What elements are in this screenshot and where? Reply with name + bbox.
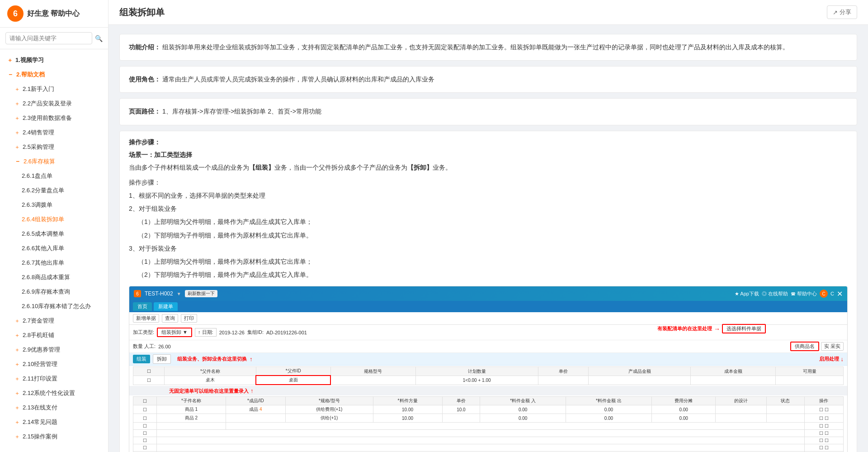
- lt-r5-check[interactable]: ☐: [133, 437, 157, 444]
- step2: 2、对于组装业务: [129, 203, 848, 214]
- ms-btn-search[interactable]: 查询: [162, 314, 178, 323]
- sidebar-item-wrongaccount[interactable]: 2.6.10库存账本错了怎么办: [0, 299, 108, 314]
- sidebar-item-goodscost[interactable]: 2.6.8商品成本重算: [0, 270, 108, 285]
- sidebar-item-stockledger[interactable]: 2.6.9库存账本查询: [0, 285, 108, 299]
- plus-icon-7: ＋: [14, 317, 20, 325]
- lt-r3-check[interactable]: ☐: [133, 423, 157, 430]
- sidebar-item-newbie[interactable]: ＋ 2.1新手入门: [0, 82, 108, 96]
- sidebar-item-assembly[interactable]: 2.6.4组装拆卸单: [0, 212, 108, 227]
- lt-r1-t1: 0.00: [480, 405, 566, 414]
- sidebar-item-onlinepay[interactable]: ＋ 2.13在线支付: [0, 400, 108, 415]
- page-title: 组装拆卸单: [119, 6, 165, 19]
- ms-nav-tabs: 首页 新建单: [129, 301, 847, 312]
- col-material: *父件名称: [165, 367, 256, 376]
- lt-r2-planqty: 10.00: [373, 414, 442, 423]
- lt-r6-check[interactable]: ☐: [133, 444, 157, 452]
- search-input[interactable]: [5, 32, 92, 44]
- sidebar-item-print[interactable]: ＋ 2.11打印设置: [0, 371, 108, 386]
- step3-1: （1）上部明细为父件明细，最终作为原材料生成其它出库单；: [129, 256, 848, 267]
- lt-r1-status: [767, 405, 805, 414]
- col-check: ☐: [133, 367, 165, 376]
- sidebar-item-faq[interactable]: ＋ 2.14常见问题: [0, 415, 108, 429]
- ms-lower-table-area: ☐ *子件名称 *成品/ID *规格/型号 *料件方量 单价 *料件金额 入 *…: [129, 395, 847, 452]
- lt-r1-spec: 供给费用(+1): [285, 405, 373, 414]
- ms-type-selector[interactable]: 组装拆卸 ▼: [157, 328, 192, 337]
- ms-section-tabs: 组装 拆卸 组装业务、拆卸业务在这里切换 ↑ 启用处理 ↓: [129, 353, 847, 366]
- scene1-desc: 当由多个子件材料组装成一个成品的业务为【组装】业务，当由一个父件拆分成多个子产品…: [129, 162, 848, 173]
- lt-r2-status: [767, 414, 805, 423]
- annotation-enable: 供商品名 实 采实: [790, 342, 844, 351]
- ms-tab-disassembly[interactable]: 拆卸: [153, 354, 171, 364]
- lt-r2-t1: 0.00: [480, 414, 566, 423]
- ms-enable-input[interactable]: 供商品名: [790, 342, 819, 351]
- lt-r4-action: ☐ ☐: [804, 430, 843, 437]
- sidebar-item-docs[interactable]: － 2.帮助文档: [0, 67, 108, 82]
- ms-enable-confirm-btn[interactable]: 实 采实: [821, 342, 844, 351]
- sidebar-item-purchase[interactable]: ＋ 2.5采购管理: [0, 140, 108, 154]
- sidebar-item-otheroutstock[interactable]: 2.6.7其他出库单: [0, 256, 108, 270]
- sidebar-item-ops[interactable]: ＋ 2.10经营管理: [0, 357, 108, 371]
- ms-help-icon: ◎ 在线帮助: [762, 290, 788, 297]
- lt-r1-child: 商品 1: [157, 405, 226, 414]
- sidebar-item-otherinstock[interactable]: 2.6.6其他入库单: [0, 241, 108, 256]
- lt-r1-t2: 0.00: [566, 405, 652, 414]
- ms-close-icon[interactable]: ✕: [837, 290, 843, 298]
- sidebar-item-splitstock[interactable]: 2.6.2分量盘点单: [0, 183, 108, 198]
- lt-r1-check[interactable]: ☐: [133, 405, 157, 414]
- step1: 1、根据不同的业务，选择不同单据的类型来处理: [129, 190, 848, 201]
- intro-title: 功能介绍：: [129, 43, 160, 51]
- sidebar-item-stockcheck[interactable]: 2.6.1盘点单: [0, 169, 108, 183]
- lt-r2-spec: 供给(+1): [285, 414, 373, 423]
- col-parent-id: *父件ID: [256, 367, 330, 376]
- sidebar-item-inventory[interactable]: － 2.6库存核算: [0, 154, 108, 169]
- sidebar-item-personalize[interactable]: ＋ 2.12系统个性化设置: [0, 386, 108, 400]
- lt-total1: *料件金额 入: [480, 397, 566, 405]
- ms-tab-home[interactable]: 首页: [133, 302, 152, 311]
- sidebar-item-fund[interactable]: ＋ 2.7资金管理: [0, 314, 108, 328]
- arrow-right-icon: →: [714, 325, 720, 333]
- sidebar-item-video[interactable]: ＋ 1.视频学习: [0, 53, 108, 67]
- minus-icon-2: －: [14, 157, 21, 166]
- ms-bill-select-btn[interactable]: 选选择料件单据: [722, 324, 766, 333]
- sidebar-item-cases[interactable]: ＋ 2.15操作案例: [0, 429, 108, 444]
- lt-r2-action: ☐ ☐: [804, 414, 843, 423]
- path-title: 页面路径：: [129, 108, 160, 115]
- ms-refresh-btn[interactable]: 刷新数据一下: [185, 290, 217, 297]
- annotation-enable-right: 启用处理 ↓: [819, 356, 844, 362]
- sidebar-item-mobile[interactable]: ＋ 2.8手机旺铺: [0, 328, 108, 343]
- ms-form-label-type: 加工类型:: [133, 329, 154, 336]
- ms-btn-create[interactable]: 新增单据: [133, 314, 159, 323]
- sidebar-item-prepare[interactable]: ＋ 2.3使用前数据准备: [0, 111, 108, 125]
- share-button[interactable]: ↗ 分享: [827, 5, 857, 19]
- sidebar-header: 6 好生意 帮助中心: [0, 0, 108, 28]
- ms-btn-print[interactable]: 打印: [181, 314, 197, 323]
- ms-form-label-group: 集组ID:: [247, 329, 264, 336]
- ops-label: 操作步骤：: [129, 177, 848, 188]
- scene1-title: 场景一：加工类型选择: [129, 151, 848, 159]
- row1-amount: [589, 376, 691, 385]
- mock-screenshot: 6 TEST-H002 ▼ 刷新数据一下 ★ App下载 ◎ 在线帮助 ☎ 帮助…: [129, 286, 847, 452]
- sidebar-item-sales[interactable]: ＋ 2.4销售管理: [0, 125, 108, 140]
- ms-tab-assembly[interactable]: 组装: [133, 355, 150, 363]
- search-box[interactable]: 🔍: [0, 28, 108, 49]
- plus-icon-10: ＋: [14, 361, 20, 368]
- row1-id: 桌面: [256, 376, 330, 385]
- sidebar-item-adjust[interactable]: 2.6.3调拨单: [0, 198, 108, 212]
- search-icon[interactable]: 🔍: [95, 35, 103, 42]
- row1-check[interactable]: ☐: [133, 376, 165, 385]
- ms-titlebar: 6 TEST-H002 ▼ 刷新数据一下 ★ App下载 ◎ 在线帮助 ☎ 帮助…: [129, 286, 847, 301]
- plus-icon-13: ＋: [14, 404, 20, 412]
- lt-r2-child: 商品 2: [157, 414, 226, 423]
- lt-r2-check[interactable]: ☐: [133, 414, 157, 423]
- steps-section: 操作步骤： 场景一：加工类型选择 当由多个子件材料组装成一个成品的业务为【组装】…: [119, 131, 857, 452]
- sidebar-item-coupon[interactable]: ＋ 2.9优惠券管理: [0, 343, 108, 357]
- plus-icon-4: ＋: [14, 114, 20, 122]
- content-area: 功能介绍： 组装拆卸单用来处理企业组装或拆卸等加工业务，支持有固定装配清单的产品…: [108, 25, 868, 452]
- col-spec: 规格型号: [330, 367, 415, 376]
- sidebar-item-install[interactable]: ＋ 2.2产品安装及登录: [0, 96, 108, 111]
- sidebar-item-costadj[interactable]: 2.6.5成本调整单: [0, 227, 108, 241]
- ms-tab-new[interactable]: 新建单: [154, 302, 178, 311]
- plus-icon-15: ＋: [14, 433, 20, 441]
- ms-group-val: AD-20191226-001: [266, 330, 307, 335]
- lt-r4-check[interactable]: ☐: [133, 430, 157, 437]
